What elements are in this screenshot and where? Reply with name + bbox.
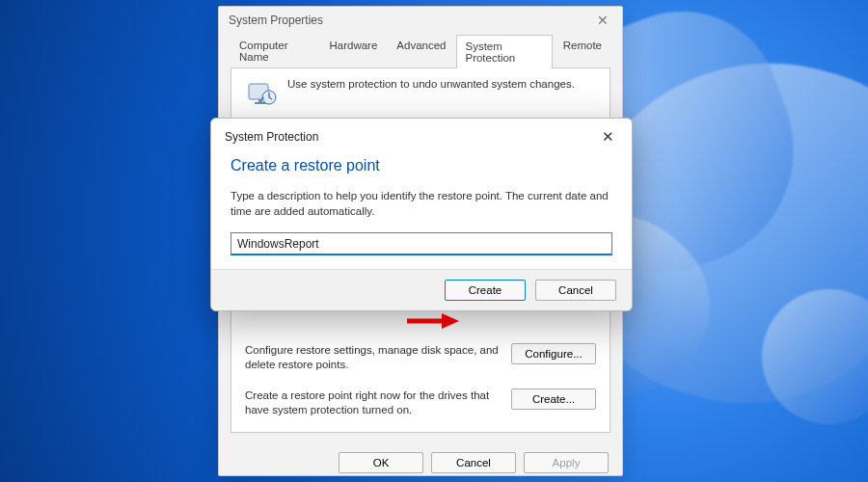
close-icon[interactable]: ✕ <box>596 126 620 147</box>
titlebar[interactable]: System Properties ✕ <box>219 7 622 34</box>
ok-button[interactable]: OK <box>339 452 423 473</box>
svg-rect-1 <box>258 99 262 102</box>
dialog-instructions: Type a description to help you identify … <box>231 188 612 219</box>
system-protection-icon <box>245 78 278 111</box>
tab-hardware[interactable]: Hardware <box>320 34 386 67</box>
restore-point-description-input[interactable] <box>231 232 612 255</box>
dialog-titlebar[interactable]: System Protection ✕ <box>211 119 632 151</box>
create-description: Create a restore point right now for the… <box>245 388 500 418</box>
tab-computer-name[interactable]: Computer Name <box>231 34 318 67</box>
tab-remote[interactable]: Remote <box>555 34 610 67</box>
tab-system-protection[interactable]: System Protection <box>456 35 552 68</box>
create-button[interactable]: Create <box>445 280 526 301</box>
desktop-background: System Properties ✕ Computer Name Hardwa… <box>0 0 868 482</box>
create-restore-point-dialog: System Protection ✕ Create a restore poi… <box>210 118 633 311</box>
configure-description: Configure restore settings, manage disk … <box>245 343 500 373</box>
configure-button[interactable]: Configure... <box>511 343 596 364</box>
tab-strip: Computer Name Hardware Advanced System P… <box>219 34 622 67</box>
dialog-button-row: OK Cancel Apply <box>219 442 622 475</box>
apply-button[interactable]: Apply <box>524 452 609 473</box>
cancel-button[interactable]: Cancel <box>535 280 616 301</box>
create-restore-point-button[interactable]: Create... <box>511 388 596 410</box>
tab-advanced[interactable]: Advanced <box>388 34 454 67</box>
dialog-title: System Protection <box>225 130 318 144</box>
dialog-footer: Create Cancel <box>211 269 632 310</box>
window-title: System Properties <box>229 13 323 27</box>
cancel-button[interactable]: Cancel <box>431 452 516 473</box>
close-icon[interactable]: ✕ <box>593 13 612 28</box>
info-text: Use system protection to undo unwanted s… <box>287 78 575 90</box>
dialog-heading: Create a restore point <box>231 157 612 174</box>
